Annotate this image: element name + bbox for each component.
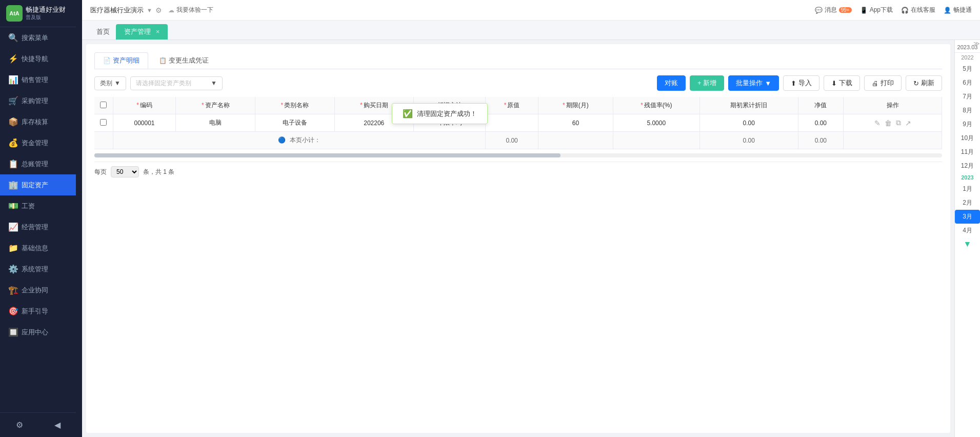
panel-month-6[interactable]: 6月 (955, 76, 980, 90)
sidebar-item-funds[interactable]: 💰 资金管理 (0, 132, 76, 153)
panel-month-7[interactable]: 7月 (955, 90, 980, 104)
panel-month-12[interactable]: 12月 (955, 159, 980, 173)
cloud-icon: ☁ (168, 7, 174, 14)
sidebar-item-app-center[interactable]: 🔲 应用中心 (0, 322, 76, 343)
message-label: 消息 (825, 6, 837, 14)
download-icon: ⬇ (831, 80, 837, 87)
per-page-select[interactable]: 50 100 (111, 166, 139, 177)
logo-text: 畅捷通好业财 (26, 6, 66, 14)
tab-asset-management[interactable]: 资产管理 × (116, 24, 168, 39)
export-icon: ⬆ (791, 80, 796, 87)
row-operations: ✎ 🗑 ⧉ ↗ (844, 114, 942, 132)
export-button[interactable]: ⬆ 导入 (783, 75, 819, 91)
sidebar-item-label: 搜索菜单 (22, 33, 48, 43)
sidebar-item-label: 应用中心 (22, 328, 48, 337)
sidebar-item-search[interactable]: 🔍 搜索菜单 (0, 27, 76, 48)
tab-close-icon[interactable]: × (156, 28, 160, 35)
delete-icon[interactable]: 🗑 (885, 119, 892, 127)
reconcile-label: 对账 (665, 78, 678, 88)
category-input[interactable]: 请选择固定资产类别 ▼ (130, 76, 223, 90)
sidebar-item-label: 采购管理 (22, 96, 48, 106)
sub-tab-asset-detail[interactable]: 📄 资产明细 (94, 52, 148, 69)
panel-month-10[interactable]: 10月 (955, 131, 980, 145)
toolbar-right: 对账 + 新增 批量操作 ▼ ⬆ 导入 ⬇ 下载 (657, 75, 942, 91)
horizontal-scrollbar[interactable] (94, 153, 942, 157)
company-settings-icon[interactable]: ⚙ (155, 6, 162, 14)
user-label: 畅捷通 (953, 6, 972, 14)
sidebar-item-quick-nav[interactable]: ⚡ 快捷导航 (0, 48, 76, 69)
panel-month-8[interactable]: 8月 (955, 104, 980, 117)
subtotal-net-value: 0.00 (798, 132, 843, 149)
sidebar-item-label: 系统管理 (22, 265, 48, 274)
sidebar-item-purchase[interactable]: 🛒 采购管理 (0, 90, 76, 111)
panel-month-5[interactable]: 5月 (955, 62, 980, 76)
sidebar-item-basic-info[interactable]: 📁 基础信息 (0, 237, 76, 259)
panel-month-11[interactable]: 11月 (955, 145, 980, 159)
customer-service-button[interactable]: 🎧 在线客服 (901, 6, 935, 14)
year-2023-group: 2023 1月 2月 3月 4月 ▼ (955, 173, 980, 251)
app-download-button[interactable]: 📱 App下载 (860, 6, 893, 14)
sidebar-item-fixed-assets[interactable]: 🏢 固定资产 (0, 174, 76, 195)
sidebar-item-guide[interactable]: 🎯 新手引导 (0, 301, 76, 322)
subtotal-opening-depreciation: 0.00 (699, 132, 798, 149)
tabs-bar: 首页 资产管理 × (82, 21, 980, 40)
sidebar-item-payroll[interactable]: 💵 工资 (0, 195, 76, 216)
sidebar-resize-handle[interactable] (76, 0, 82, 437)
reconcile-button[interactable]: 对账 (657, 75, 686, 91)
sub-tab-voucher[interactable]: 📋 变更生成凭证 (150, 52, 217, 69)
download-button[interactable]: ⬇ 下载 (824, 75, 860, 91)
basic-info-icon: 📁 (8, 243, 17, 253)
user-menu[interactable]: 👤 畅捷通 (944, 6, 972, 14)
sidebar-logo: AtA 畅捷通好业财 普及版 (0, 0, 76, 27)
sidebar-item-ledger[interactable]: 📋 总账管理 (0, 153, 76, 174)
settings-bottom-icon[interactable]: ⚙ (13, 417, 26, 433)
sales-icon: 📊 (8, 75, 17, 85)
row-code: 000001 (113, 114, 176, 132)
table-header: *编码 *资产名称 *类别名称 *购买日期 折旧方法 *原值 *期限(月) *残… (94, 97, 942, 114)
refresh-button[interactable]: ↻ 刷新 (906, 75, 942, 91)
edit-icon[interactable]: ✎ (874, 119, 881, 127)
new-button[interactable]: + 新增 (690, 75, 724, 91)
header-operations: 操作 (844, 97, 942, 114)
pagination: 每页 50 100 条，共 1 条 (94, 162, 942, 182)
print-icon: 🖨 (872, 80, 878, 87)
select-all-checkbox[interactable] (100, 102, 107, 108)
panel-expand-icon[interactable]: ≫ (973, 40, 980, 47)
scrollbar-thumb[interactable] (94, 153, 561, 157)
row-checkbox[interactable] (100, 119, 107, 126)
sidebar-item-system[interactable]: ⚙️ 系统管理 (0, 259, 76, 280)
sidebar-item-label: 经营管理 (22, 223, 48, 232)
user-avatar-icon: 👤 (944, 7, 951, 14)
panel-month-3-2023[interactable]: 3月 (955, 210, 980, 224)
message-icon: 💬 (815, 7, 823, 14)
toggle-sidebar-icon[interactable]: ◀ (51, 417, 64, 433)
message-button[interactable]: 💬 消息 99+ (815, 6, 852, 14)
customer-service-icon: 🎧 (901, 7, 909, 14)
sub-tab-label: 变更生成凭证 (169, 56, 209, 65)
panel-month-9[interactable]: 9月 (955, 117, 980, 131)
category-filter[interactable]: 类别 ▼ (94, 76, 126, 90)
panel-month-1-2023[interactable]: 1月 (955, 182, 980, 196)
batch-button[interactable]: 批量操作 ▼ (728, 75, 779, 91)
more-icon[interactable]: ↗ (905, 119, 911, 127)
row-residual-rate: 5.0000 (613, 114, 699, 132)
print-button[interactable]: 🖨 打印 (864, 75, 902, 91)
quick-nav-icon: ⚡ (8, 54, 17, 64)
sidebar-item-business[interactable]: 📈 经营管理 (0, 216, 76, 237)
company-selector[interactable]: 医疗器械行业演示 ▼ ⚙ (90, 6, 162, 15)
copy-icon[interactable]: ⧉ (896, 118, 901, 127)
purchase-icon: 🛒 (8, 96, 17, 106)
header-name: *资产名称 (176, 97, 255, 114)
panel-month-2-2023[interactable]: 2月 (955, 196, 980, 210)
sidebar-item-label: 资金管理 (22, 138, 48, 148)
sidebar-item-sales[interactable]: 📊 销售管理 (0, 69, 76, 90)
year-2023-label: 2023 (955, 173, 980, 182)
tab-home[interactable]: 首页 (90, 24, 116, 39)
toolbar-left: 类别 ▼ 请选择固定资产类别 ▼ (94, 76, 223, 90)
company-name: 医疗器械行业演示 (90, 6, 144, 15)
experience-button[interactable]: ☁ 我要体验一下 (168, 6, 213, 14)
panel-expand-months-button[interactable]: ▼ (955, 237, 980, 251)
sidebar-item-enterprise[interactable]: 🏗️ 企业协同 (0, 280, 76, 301)
panel-month-4-2023[interactable]: 4月 (955, 224, 980, 237)
sidebar-item-inventory[interactable]: 📦 库存核算 (0, 111, 76, 132)
